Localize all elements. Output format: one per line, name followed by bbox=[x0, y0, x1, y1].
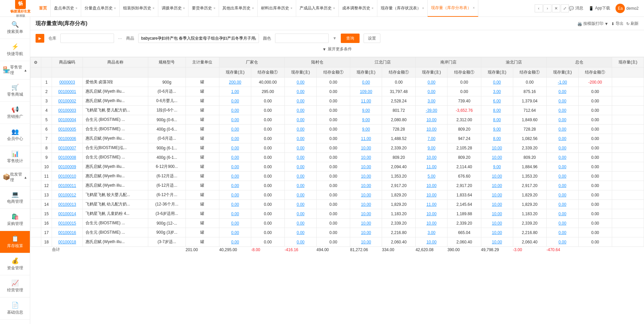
message-btn[interactable]: 💬 消息 bbox=[569, 5, 583, 11]
cell-r4-c12[interactable]: -39.00 bbox=[416, 106, 447, 115]
nav-tab-close-3[interactable]: × bbox=[153, 6, 155, 10]
sidebar-item-5[interactable]: 👥会员中心 bbox=[0, 124, 30, 146]
cell-r12-c16[interactable]: 0.00 bbox=[546, 181, 578, 190]
nav-tab-close-5[interactable]: × bbox=[213, 6, 215, 10]
cell-r17-c14[interactable]: 10.00 bbox=[481, 228, 513, 237]
cell-r7-c8[interactable]: 0.00 bbox=[285, 134, 317, 143]
nav-tab-6[interactable]: 其他出库单历史× bbox=[219, 0, 258, 17]
cell-r9-c6[interactable]: 0.00 bbox=[219, 153, 251, 162]
nav-tab-close-11[interactable]: × bbox=[473, 6, 475, 10]
cell-r1-c12[interactable]: 0.00 bbox=[416, 78, 447, 87]
cell-r18-c12[interactable]: 10.00 bbox=[416, 237, 447, 247]
cell-r15-c2[interactable]: 00100014 bbox=[52, 209, 83, 219]
cell-r6-c12[interactable]: 10.00 bbox=[416, 125, 447, 134]
cell-r5-c10[interactable]: 9.00 bbox=[350, 115, 382, 125]
cell-r5-c2[interactable]: 00100004 bbox=[52, 115, 83, 125]
nav-tab-10[interactable]: 现存量（库存状况表）× bbox=[377, 0, 428, 17]
sidebar-item-10[interactable]: 📋库存核算 bbox=[0, 231, 30, 253]
cell-r9-c12[interactable]: 10.00 bbox=[416, 153, 447, 162]
cell-r14-c6[interactable]: 0.00 bbox=[219, 200, 251, 209]
cell-r5-c12[interactable]: 10.00 bbox=[416, 115, 447, 125]
cell-r2-c8[interactable]: 0.00 bbox=[285, 87, 317, 96]
cell-r7-c12[interactable]: 7.00 bbox=[416, 134, 447, 143]
sidebar-item-11[interactable]: 💰资金管理 bbox=[0, 253, 30, 275]
cell-r4-c14[interactable]: 8.00 bbox=[481, 106, 513, 115]
nav-tab-3[interactable]: 组装拆卸单历史× bbox=[120, 0, 158, 17]
cell-r6-c10[interactable]: 9.00 bbox=[350, 125, 382, 134]
cell-r9-c8[interactable]: 0.00 bbox=[285, 153, 317, 162]
cell-r15-c10[interactable]: 10.00 bbox=[350, 209, 382, 219]
cell-r16-c6[interactable]: 0.00 bbox=[219, 219, 251, 228]
cell-r5-c14[interactable]: 8.00 bbox=[481, 115, 513, 125]
cell-r3-c8[interactable]: 0.00 bbox=[285, 96, 317, 106]
cell-r15-c6[interactable]: 0.00 bbox=[219, 209, 251, 219]
nav-tab-7[interactable]: 材料出库单历史× bbox=[258, 0, 296, 17]
nav-prev-btn[interactable]: ‹ bbox=[535, 4, 543, 12]
cell-r8-c10[interactable]: 10.00 bbox=[350, 143, 382, 153]
nav-tab-close-10[interactable]: × bbox=[422, 6, 424, 10]
cell-r14-c2[interactable]: 00100013 bbox=[52, 200, 83, 209]
cell-r17-c12[interactable]: 3.00 bbox=[416, 228, 447, 237]
cell-r2-c2[interactable]: 00100001 bbox=[52, 87, 83, 96]
cell-r16-c8[interactable]: 0.00 bbox=[285, 219, 317, 228]
sidebar-item-7[interactable]: 📦批发管理▲ bbox=[0, 168, 30, 187]
cell-r3-c6[interactable]: 0.00 bbox=[219, 96, 251, 106]
cell-r2-c12[interactable]: 0.00 bbox=[416, 87, 447, 96]
user-avatar-area[interactable]: Ea demo2 bbox=[615, 4, 639, 13]
cell-r7-c14[interactable]: 8.00 bbox=[481, 134, 513, 143]
query-btn[interactable]: 查询 bbox=[341, 34, 360, 43]
cell-r15-c14[interactable]: 10.00 bbox=[481, 209, 513, 219]
cell-r1-c16[interactable]: -1.00 bbox=[546, 78, 578, 87]
cell-r1-c2[interactable]: 0000003 bbox=[52, 78, 83, 87]
nav-tab-close-6[interactable]: × bbox=[252, 6, 254, 10]
cell-r11-c14[interactable]: 10.00 bbox=[481, 172, 513, 181]
cell-r17-c8[interactable]: 0.00 bbox=[285, 228, 317, 237]
cell-r7-c16[interactable]: 0.00 bbox=[546, 134, 578, 143]
goods-input[interactable] bbox=[138, 34, 259, 43]
sidebar-item-4[interactable]: 📢营销推广 bbox=[0, 102, 30, 124]
nav-next-btn[interactable]: › bbox=[543, 4, 551, 12]
sidebar-item-3[interactable]: 🛒零售商城 bbox=[0, 80, 30, 102]
cell-r16-c12[interactable]: 10.00 bbox=[416, 219, 447, 228]
nav-tab-2[interactable]: 分量盘点单历史× bbox=[81, 0, 120, 17]
cell-r3-c12[interactable]: 3.00 bbox=[416, 96, 447, 106]
cell-r7-c2[interactable]: 00100006 bbox=[52, 134, 83, 143]
cell-r17-c16[interactable]: 0.00 bbox=[546, 228, 578, 237]
nav-tab-5[interactable]: 要货单历史× bbox=[189, 0, 219, 17]
cell-r6-c2[interactable]: 00100005 bbox=[52, 125, 83, 134]
cell-r11-c12[interactable]: 5.00 bbox=[416, 172, 447, 181]
cell-r2-c6[interactable]: 1.00 bbox=[219, 87, 251, 96]
cell-r12-c8[interactable]: 0.00 bbox=[285, 181, 317, 190]
cell-r3-c14[interactable]: 6.00 bbox=[481, 96, 513, 106]
expand-conditions-btn[interactable]: ▼ 展开更多条件 bbox=[36, 45, 639, 53]
setting-btn[interactable]: 设置 bbox=[364, 34, 380, 43]
cell-r9-c16[interactable]: 0.00 bbox=[546, 153, 578, 162]
cell-r6-c14[interactable]: 9.00 bbox=[481, 125, 513, 134]
cell-r1-c14[interactable]: 0.00 bbox=[481, 78, 513, 87]
cell-r14-c10[interactable]: 10.00 bbox=[350, 200, 382, 209]
cell-r10-c16[interactable]: 0.00 bbox=[546, 162, 578, 172]
sidebar-item-1[interactable]: ⚡快捷导航 bbox=[0, 39, 30, 61]
cell-r13-c10[interactable]: 10.00 bbox=[350, 190, 382, 200]
cell-r11-c10[interactable]: 10.00 bbox=[350, 172, 382, 181]
cell-r16-c2[interactable]: 00100015 bbox=[52, 219, 83, 228]
nav-expand-btn[interactable]: ⤢ bbox=[561, 4, 569, 12]
cell-r18-c16[interactable]: 0.00 bbox=[546, 237, 578, 247]
color-input[interactable] bbox=[275, 34, 329, 43]
cell-r10-c8[interactable]: 0.00 bbox=[285, 162, 317, 172]
sidebar-item-2[interactable]: 🏪零售管理▲ bbox=[0, 61, 30, 80]
app-download-btn[interactable]: 📱 App下载 bbox=[589, 5, 610, 11]
cell-r4-c10[interactable]: 9.00 bbox=[350, 106, 382, 115]
cell-r10-c14[interactable]: 9.00 bbox=[481, 162, 513, 172]
nav-tab-close-4[interactable]: × bbox=[183, 6, 185, 10]
cell-r14-c16[interactable]: 0.00 bbox=[546, 200, 578, 209]
cell-r13-c6[interactable]: 0.00 bbox=[219, 190, 251, 200]
nav-tab-4[interactable]: 调拨单历史× bbox=[158, 0, 189, 17]
nav-tab-close-8[interactable]: × bbox=[333, 6, 335, 10]
cell-r11-c6[interactable]: 0.00 bbox=[219, 172, 251, 181]
cell-r4-c2[interactable]: 00100003 bbox=[52, 106, 83, 115]
cell-r14-c8[interactable]: 0.00 bbox=[285, 200, 317, 209]
cell-r5-c16[interactable]: 0.00 bbox=[546, 115, 578, 125]
cell-r17-c6[interactable]: 0.00 bbox=[219, 228, 251, 237]
cell-r5-c6[interactable]: 0.00 bbox=[219, 115, 251, 125]
